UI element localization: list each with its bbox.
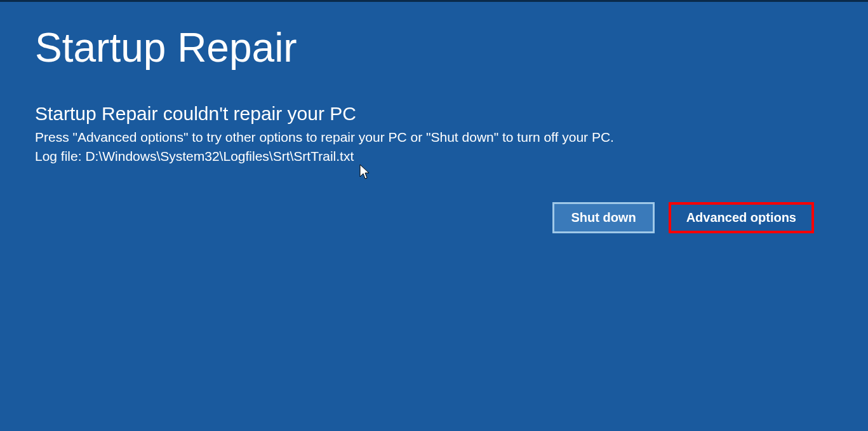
page-title: Startup Repair <box>35 24 833 71</box>
main-content: Startup Repair Startup Repair couldn't r… <box>0 2 868 256</box>
error-subtitle: Startup Repair couldn't repair your PC <box>35 103 833 125</box>
shutdown-button[interactable]: Shut down <box>552 202 654 233</box>
logfile-text: Log file: D:\Windows\System32\Logfiles\S… <box>35 149 833 164</box>
instruction-text: Press "Advanced options" to try other op… <box>35 130 833 145</box>
button-row: Shut down Advanced options <box>35 202 833 233</box>
advanced-options-button[interactable]: Advanced options <box>669 202 814 233</box>
